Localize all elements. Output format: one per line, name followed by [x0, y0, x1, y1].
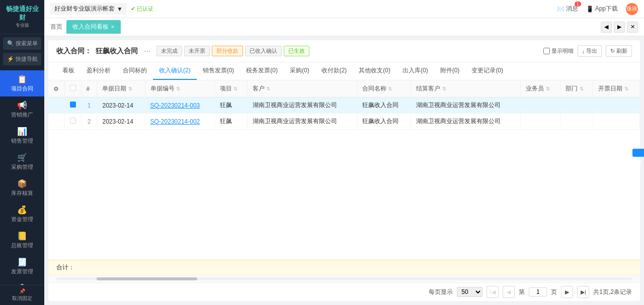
- th-dept[interactable]: 部门 ⇅: [560, 80, 593, 97]
- subtab-收付款(2)[interactable]: 收付款(2): [315, 62, 353, 80]
- table-footer: 合计：: [48, 260, 640, 275]
- page-prev-button[interactable]: ◀: [503, 286, 515, 298]
- th-date[interactable]: 单据日期 ⇅: [97, 80, 145, 97]
- project-icon: 📋: [17, 74, 27, 84]
- sidebar-item-invoice[interactable]: 🧾发票管理: [0, 253, 44, 279]
- th-customer[interactable]: 客户 ⇅: [247, 80, 357, 97]
- horizontal-scrollbar[interactable]: [48, 275, 640, 282]
- subtab-销售发票(0)[interactable]: 销售发票(0): [197, 62, 240, 80]
- row-number[interactable]: SQ-20230214-002: [145, 114, 214, 130]
- row-number-link[interactable]: SQ-20230214-002: [150, 118, 200, 125]
- th-invoice-date[interactable]: 开票日期 ⇅: [593, 80, 640, 97]
- subtab-出入库(0)[interactable]: 出入库(0): [396, 62, 434, 80]
- th-number[interactable]: 单据编号 ⇅: [145, 80, 214, 97]
- tab-close-button[interactable]: ✕: [111, 24, 115, 30]
- export-icon: ↓: [582, 48, 585, 54]
- sidebar-item-marketing[interactable]: 📢营销推广: [0, 96, 44, 123]
- subtab-其他收支(0)[interactable]: 其他收支(0): [353, 62, 396, 80]
- row-settle-customer: 湖南卫视商业运营发展有限公司: [411, 97, 521, 114]
- app-name: 畅捷通好业财: [3, 5, 41, 22]
- row-checkbox-cell[interactable]: [64, 114, 81, 130]
- page-next-button[interactable]: ▶: [561, 286, 573, 298]
- messages-button[interactable]: ✉️ 1 消息: [557, 5, 578, 13]
- active-tab[interactable]: 收入合同看板 ✕: [66, 20, 121, 34]
- app-download-button[interactable]: 📱 App下载: [586, 5, 618, 13]
- status-btn-未开票[interactable]: 未开票: [184, 46, 210, 56]
- refresh-button[interactable]: ↻ 刷新: [606, 45, 632, 57]
- table-container[interactable]: ⚙ # 单据日期 ⇅ 单据编号 ⇅ 项目 ⇅ 客户 ⇅ 合同名称 ⇅ 结算客户 …: [48, 80, 640, 260]
- sidebar: 畅捷通好业财 专业版 🔍 搜索菜单 ⚡ 快捷导航 📋项目合同📢营销推广📊销售管理…: [0, 0, 44, 305]
- sidebar-item-general[interactable]: 📒总账管理: [0, 227, 44, 253]
- row-dept: [560, 97, 593, 114]
- search-icon: 🔍: [7, 40, 14, 47]
- th-project[interactable]: 项目 ⇅: [214, 80, 247, 97]
- sidebar-label-fund: 资金管理: [11, 216, 33, 223]
- th-contract-name[interactable]: 合同名称 ⇅: [357, 80, 411, 97]
- right-sticky-panel: 收入确认: [632, 149, 644, 157]
- th-settle-customer[interactable]: 结算客户 ⇅: [411, 80, 521, 97]
- page-first-button[interactable]: |◀: [487, 286, 499, 298]
- sidebar-item-project[interactable]: 📋项目合同: [0, 70, 44, 96]
- table-row[interactable]: 1 2023-02-14 SQ-20230214-003 狂飙 湖南卫视商业运营…: [48, 97, 640, 114]
- row-number-link[interactable]: SQ-20230214-003: [150, 102, 200, 109]
- show-detail-toggle[interactable]: 显示明细: [543, 47, 574, 55]
- row-customer: 湖南卫视商业运营发展有限公司: [247, 97, 357, 114]
- sidebar-label-purchase: 采购管理: [11, 163, 33, 171]
- tab-close-all-button[interactable]: ✕: [627, 22, 638, 33]
- sort-icon: ⇅: [233, 86, 237, 91]
- data-table: ⚙ # 单据日期 ⇅ 单据编号 ⇅ 项目 ⇅ 客户 ⇅ 合同名称 ⇅ 结算客户 …: [48, 80, 640, 130]
- contract-more-button[interactable]: ···: [144, 47, 150, 56]
- table-row[interactable]: 2 2023-02-14 SQ-20230214-002 狂飙 湖南卫视商业运营…: [48, 114, 640, 130]
- scrollbar-thumb[interactable]: [97, 277, 197, 280]
- home-breadcrumb[interactable]: 首页: [50, 23, 62, 31]
- row-checkbox-cell[interactable]: [64, 97, 81, 114]
- export-button[interactable]: ↓ 导出: [578, 45, 602, 57]
- nav-icon: ⚡: [7, 56, 14, 62]
- user-avatar[interactable]: 珠珠: [626, 3, 638, 15]
- sales-icon: 📊: [17, 127, 27, 136]
- subtab-附件(0)[interactable]: 附件(0): [434, 62, 466, 80]
- status-btn-未完成[interactable]: 未完成: [156, 46, 182, 56]
- avatar: 珠珠: [626, 3, 638, 15]
- refresh-icon: ↻: [610, 48, 615, 54]
- app-sub: 专业版: [3, 22, 41, 29]
- sidebar-item-tax[interactable]: 🏦税务管理: [0, 279, 44, 285]
- sidebar-bottom-unpin[interactable]: 📌 取消固定: [0, 285, 44, 305]
- page-size-select[interactable]: 50 100 200: [457, 287, 482, 297]
- page-last-button[interactable]: ▶|: [577, 286, 589, 298]
- row-number[interactable]: SQ-20230214-003: [145, 97, 214, 114]
- col-config-th[interactable]: ⚙: [48, 80, 64, 97]
- sidebar-item-sales[interactable]: 📊销售管理: [0, 123, 44, 149]
- sidebar-search-button[interactable]: 🔍 搜索菜单: [3, 37, 41, 50]
- sticky-right-button[interactable]: 收入确认: [632, 149, 644, 157]
- subtab-采购(0)[interactable]: 采购(0): [284, 62, 315, 80]
- sidebar-item-inventory[interactable]: 📦库存核算: [0, 175, 44, 201]
- quick-nav-button[interactable]: ⚡ 快捷导航: [3, 53, 41, 65]
- sidebar-item-fund[interactable]: 💰资金管理: [0, 201, 44, 227]
- show-detail-checkbox-input[interactable]: [543, 48, 550, 54]
- header-actions: 显示明细 ↓ 导出 ↻ 刷新: [543, 45, 632, 57]
- subtab-收入确认(2)[interactable]: 收入确认(2): [153, 62, 197, 80]
- row-project: 狂飙: [214, 114, 247, 130]
- th-salesperson[interactable]: 业务员 ⇅: [521, 80, 560, 97]
- sort-icon: ⇅: [580, 86, 584, 91]
- page-number-input[interactable]: [529, 287, 547, 296]
- subtab-变更记录(0)[interactable]: 变更记录(0): [465, 62, 509, 80]
- subtabs: 看板盈利分析合同标的收入确认(2)销售发票(0)税务发票(0)采购(0)收付款(…: [48, 62, 640, 80]
- subtab-盈利分析[interactable]: 盈利分析: [80, 62, 117, 80]
- fund-icon: 💰: [17, 205, 27, 215]
- status-btn-已收入确认[interactable]: 已收入确认: [245, 46, 282, 56]
- subtab-看板[interactable]: 看板: [56, 62, 80, 80]
- tab-prev-button[interactable]: ◀: [601, 22, 612, 33]
- general-icon: 📒: [17, 231, 27, 241]
- row-invoice-date: [593, 97, 640, 114]
- tab-next-button[interactable]: ▶: [614, 22, 625, 33]
- subtab-合同标的[interactable]: 合同标的: [117, 62, 153, 80]
- status-btn-部分收款[interactable]: 部分收款: [212, 46, 243, 56]
- select-all-th[interactable]: [64, 80, 81, 97]
- status-btn-已生效[interactable]: 已生效: [284, 46, 309, 56]
- subtab-税务发票(0)[interactable]: 税务发票(0): [240, 62, 284, 80]
- company-selector[interactable]: 好业财专业版演示帐套 ▼: [50, 3, 127, 15]
- row-salesperson: [521, 114, 560, 130]
- sidebar-item-purchase[interactable]: 🛒采购管理: [0, 149, 44, 175]
